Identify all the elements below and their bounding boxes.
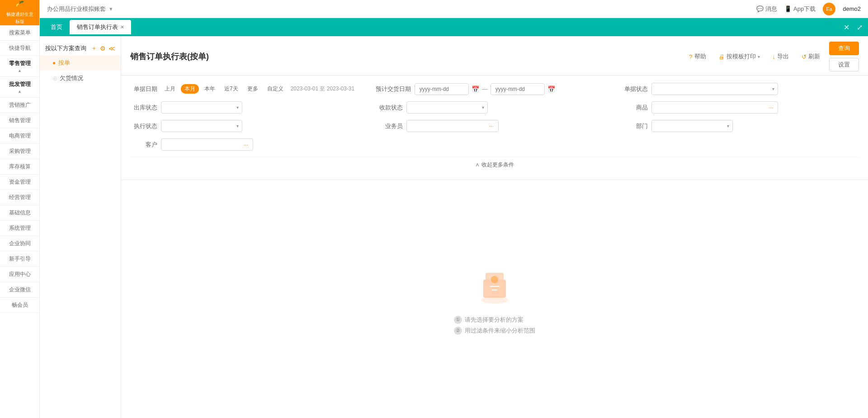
expected-date-label: 预计交货日期 xyxy=(376,85,411,93)
add-scheme-button[interactable]: ＋ xyxy=(91,44,97,52)
exec-status-label: 执行状态 xyxy=(130,122,157,130)
goods-label: 商品 xyxy=(621,104,648,112)
dept-filter: 部门 ▾ xyxy=(621,120,859,132)
print-icon: 🖨 xyxy=(719,53,725,60)
calendar-icon-start[interactable]: 📅 xyxy=(472,86,479,93)
customer-label: 客户 xyxy=(130,141,157,149)
salesman-input[interactable] xyxy=(411,123,487,129)
sidebar-item-purchase[interactable]: 采购管理 xyxy=(0,144,39,159)
logo-text: 畅捷通好生意 xyxy=(6,11,33,18)
exec-status-filter: 执行状态 ▾ xyxy=(130,120,368,132)
goods-input[interactable] xyxy=(656,104,767,111)
date-tab-last7[interactable]: 近7天 xyxy=(221,84,242,94)
industry-label: 办公用品行业模拟账套 xyxy=(47,5,106,13)
sidebar-item-operations[interactable]: 经营管理 xyxy=(0,190,39,205)
backorder-item-label: 欠货情况 xyxy=(60,74,83,82)
expected-date-end[interactable] xyxy=(491,83,545,95)
settings-button[interactable]: 设置 xyxy=(829,58,859,71)
collapse-bar[interactable]: ∧ 收起更多条件 xyxy=(130,157,859,172)
sidebar-item-system[interactable]: 系统管理 xyxy=(0,221,39,236)
logo-icon: 🍊 xyxy=(15,0,25,10)
empty-tip-1: ① 请先选择要分析的方案 xyxy=(454,316,535,324)
date-tab-more[interactable]: 更多 xyxy=(244,84,262,94)
filter-row-2: 出库状态 ▾ 收款状态 xyxy=(130,101,859,114)
right-content: 销售订单执行表(按单) ? 帮助 🖨 按模板打印 ▾ ↓ 导出 xyxy=(121,36,868,418)
sidebar-item-marketing[interactable]: 营销推广 xyxy=(0,98,39,113)
tab-home[interactable]: 首页 xyxy=(43,20,70,34)
tab-close-icon[interactable]: × xyxy=(121,24,124,30)
industry-dropdown-icon[interactable]: ▾ xyxy=(109,5,113,12)
sidebar-item-finance[interactable]: 资金管理 xyxy=(0,175,39,190)
sidebar-item-wechat[interactable]: 企业微信 xyxy=(0,282,39,298)
date-filter: 单据日期 上月 本月 本年 近7天 更多 自定义 2023-03-01 至 20… xyxy=(130,84,368,94)
status-select-wrapper: ▾ xyxy=(651,83,778,95)
calendar-icon-end[interactable]: 📅 xyxy=(547,86,555,93)
tab-sales-exec[interactable]: 销售订单执行表 × xyxy=(70,20,131,34)
salesman-dots-button[interactable]: ··· xyxy=(489,123,494,129)
sidebar-item-appstore[interactable]: 应用中心 xyxy=(0,267,39,282)
sidebar-item-ecommerce[interactable]: 电商管理 xyxy=(0,128,39,144)
sidebar-search[interactable]: 搜索菜单 xyxy=(0,25,39,41)
tab-maximize-icon[interactable]: ⤢ xyxy=(855,21,864,33)
empty-state: ① 请先选择要分析的方案 ② 用过滤条件来缩小分析范围 xyxy=(121,180,868,418)
avatar[interactable]: Ea xyxy=(823,3,835,15)
filter-area: 单据日期 上月 本月 本年 近7天 更多 自定义 2023-03-01 至 20… xyxy=(121,76,868,180)
username: demo2 xyxy=(843,5,861,12)
sidebar-item-sales[interactable]: 销售管理 xyxy=(0,113,39,128)
export-button[interactable]: ↓ 导出 xyxy=(769,51,793,62)
sidebar-item-newbie[interactable]: 新手引导 xyxy=(0,252,39,267)
query-settings-group: 查询 设置 xyxy=(829,42,859,71)
scheme-item-by-order[interactable]: ● 按单 xyxy=(40,55,121,71)
delivery-status-select[interactable] xyxy=(161,101,242,114)
help-button[interactable]: ? 帮助 xyxy=(685,51,709,62)
sidebar-item-retail[interactable]: 零售管理 ▲ xyxy=(0,56,39,77)
delivery-status-label: 出库状态 xyxy=(130,104,157,112)
tip-num-2: ② xyxy=(454,327,462,335)
exec-status-select[interactable] xyxy=(161,120,242,132)
date-tab-lastmonth[interactable]: 上月 xyxy=(161,84,179,94)
dept-select-wrapper: ▾ xyxy=(651,120,733,132)
dept-select[interactable] xyxy=(651,120,733,132)
date-label: 单据日期 xyxy=(130,85,157,93)
status-select[interactable] xyxy=(651,83,778,95)
settings-scheme-button[interactable]: ⚙ xyxy=(100,45,106,52)
left-panel-header: 按以下方案查询 ＋ ⚙ ≪ xyxy=(40,42,121,55)
sales-exec-tab-label: 销售订单执行表 xyxy=(77,23,118,31)
customer-input[interactable] xyxy=(166,141,242,148)
panel-title: 按以下方案查询 xyxy=(45,44,86,52)
date-tab-thisyear[interactable]: 本年 xyxy=(201,84,219,94)
delivery-status-filter: 出库状态 ▾ xyxy=(130,101,368,114)
sidebar-item-quicknav[interactable]: 快捷导航 xyxy=(0,41,39,56)
payment-status-select[interactable] xyxy=(406,101,488,114)
message-button[interactable]: 💬 消息 xyxy=(756,5,777,13)
logo: 🍊 畅捷通好生意 标版 xyxy=(0,0,39,25)
top-header-left: 办公用品行业模拟账套 ▾ xyxy=(47,5,113,13)
sidebar-item-inventory[interactable]: 库存核算 xyxy=(0,159,39,175)
scheme-item-label: 按单 xyxy=(58,59,70,67)
left-panel: 按以下方案查询 ＋ ⚙ ≪ ● 按单 ◎ 欠货情况 xyxy=(40,36,121,418)
print-button[interactable]: 🖨 按模板打印 ▾ xyxy=(715,51,764,62)
customer-dots-button[interactable]: ··· xyxy=(244,142,248,148)
tab-close-all-icon[interactable]: ✕ xyxy=(842,21,851,33)
empty-tips: ① 请先选择要分析的方案 ② 用过滤条件来缩小分析范围 xyxy=(454,316,535,335)
query-button[interactable]: 查询 xyxy=(829,42,859,55)
exec-status-select-wrapper: ▾ xyxy=(161,120,242,132)
refresh-button[interactable]: ↺ 刷新 xyxy=(798,51,824,62)
top-header-right: 💬 消息 📱 App下载 Ea demo2 xyxy=(756,3,861,15)
expected-date-start[interactable] xyxy=(415,83,469,95)
app-download-button[interactable]: 📱 App下载 xyxy=(784,5,816,13)
sidebar-item-basic[interactable]: 基础信息 xyxy=(0,205,39,221)
expected-date-filter: 预计交货日期 📅 — 📅 xyxy=(376,83,614,95)
sidebar-item-member[interactable]: 畅会员 xyxy=(0,298,39,313)
scheme-item-backorder[interactable]: ◎ 欠货情况 xyxy=(40,71,121,86)
page-header: 销售订单执行表(按单) ? 帮助 🖨 按模板打印 ▾ ↓ 导出 xyxy=(121,36,868,76)
logo-sub: 标版 xyxy=(15,19,24,25)
goods-dots-button[interactable]: ··· xyxy=(769,104,773,111)
top-header: 办公用品行业模拟账套 ▾ 💬 消息 📱 App下载 Ea demo2 xyxy=(40,0,868,18)
collapse-panel-button[interactable]: ≪ xyxy=(108,45,115,52)
sidebar-item-wholesale[interactable]: 批发管理 ▲ xyxy=(0,77,39,98)
date-tab-thismonth[interactable]: 本月 xyxy=(181,84,199,94)
date-tab-custom[interactable]: 自定义 xyxy=(264,84,287,94)
salesman-filter: 业务员 ··· xyxy=(376,120,614,132)
sidebar-item-enterprise[interactable]: 企业协同 xyxy=(0,236,39,252)
